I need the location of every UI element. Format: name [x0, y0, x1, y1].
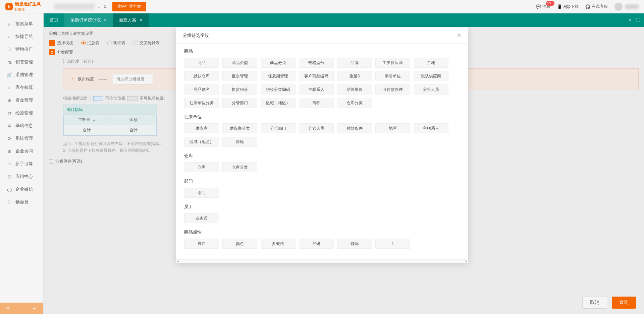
field-chip[interactable]: 商品别名 [184, 84, 219, 95]
field-chip[interactable]: 简称 [222, 137, 257, 147]
field-chip[interactable]: 收付款条件 [375, 84, 410, 95]
field-chip[interactable]: 重量3 [337, 71, 372, 81]
chip-row: 部门 [184, 188, 465, 198]
field-chip[interactable]: 业务员 [184, 213, 219, 223]
field-chip[interactable]: 简称 [299, 98, 334, 108]
field-chip[interactable]: 鞋码 [337, 239, 372, 249]
field-group-title: 商品 [184, 48, 465, 54]
field-group-title: 部门 [184, 178, 465, 184]
field-chip[interactable]: 分管人员 [414, 84, 448, 95]
field-chip[interactable]: 分管人员 [299, 123, 334, 133]
field-chip[interactable]: 商品类型 [222, 58, 257, 68]
field-chip[interactable]: 部门 [184, 188, 219, 198]
field-chip[interactable]: 地区 [375, 123, 410, 133]
field-chip[interactable]: 税收分类编码 [261, 84, 296, 95]
field-chip[interactable]: 默认供应商 [414, 71, 448, 81]
field-chip[interactable]: 品牌 [337, 58, 372, 68]
field-chip[interactable]: 零售单位 [375, 71, 410, 81]
field-chip[interactable]: 规格型号 [299, 58, 334, 68]
field-group: 仓库仓库仓库分类 [184, 153, 465, 172]
chip-row: 仓库仓库分类 [184, 162, 465, 172]
field-group-title: 仓库 [184, 153, 465, 159]
field-chip[interactable]: 分管部门 [261, 123, 296, 133]
modal-title: 分组待选字段 [183, 33, 209, 39]
field-chip[interactable]: 商品分类 [261, 58, 296, 68]
field-group: 员工业务员 [184, 204, 465, 223]
field-chip[interactable]: 供应商 [184, 123, 219, 133]
chip-row: 属性颜色多规格尺码鞋码1 [184, 239, 465, 249]
modal-overlay[interactable]: 分组待选字段 ✕ 商品商品商品类型商品分类规格型号品牌主要供应商产地默认仓库批次… [0, 0, 644, 314]
field-chip[interactable]: 区域（地区） [261, 98, 296, 108]
field-chip[interactable]: 1 [375, 239, 410, 249]
field-chip[interactable]: 默认仓库 [184, 71, 219, 81]
field-chip[interactable]: 主联系人 [299, 84, 334, 95]
field-chip[interactable]: 主联系人 [414, 123, 448, 133]
field-group: 部门部门 [184, 178, 465, 198]
field-group-title: 员工 [184, 204, 465, 210]
field-chip[interactable]: 客户商品编码 [299, 71, 334, 81]
chip-row: 供应商供应商分类分管部门分管人员付款条件地区主联系人区域（地区）简称 [184, 123, 465, 147]
field-chip[interactable]: 批次管理 [222, 71, 257, 81]
field-group-title: 往来单位 [184, 114, 465, 120]
field-chip[interactable]: 供应商分类 [222, 123, 257, 133]
field-chip[interactable]: 往来单位分类 [184, 98, 219, 108]
field-chip[interactable]: 仓库分类 [337, 98, 372, 108]
modal-h-scrollbar[interactable] [176, 259, 468, 263]
field-chip[interactable]: 主要供应商 [375, 58, 410, 68]
field-chip[interactable]: 仓库分类 [222, 162, 257, 172]
field-chip[interactable]: 保质期管理 [261, 71, 296, 81]
field-group-title: 商品属性 [184, 229, 465, 235]
field-chip[interactable]: 产地 [414, 58, 448, 68]
field-selector-modal: 分组待选字段 ✕ 商品商品商品类型商品分类规格型号品牌主要供应商产地默认仓库批次… [176, 27, 468, 263]
field-chip[interactable]: 仓库 [184, 162, 219, 172]
field-chip[interactable]: 换货积分 [222, 84, 257, 95]
modal-body[interactable]: 商品商品商品类型商品分类规格型号品牌主要供应商产地默认仓库批次管理保质期管理客户… [176, 44, 468, 259]
field-chip[interactable]: 颜色 [222, 239, 257, 249]
field-chip[interactable]: 付款条件 [337, 123, 372, 133]
field-chip[interactable]: 结算单位 [337, 84, 372, 95]
field-group: 商品属性属性颜色多规格尺码鞋码1 [184, 229, 465, 249]
field-group: 往来单位供应商供应商分类分管部门分管人员付款条件地区主联系人区域（地区）简称 [184, 114, 465, 147]
field-chip[interactable]: 尺码 [299, 239, 334, 249]
modal-header: 分组待选字段 ✕ [176, 27, 468, 44]
chip-row: 商品商品类型商品分类规格型号品牌主要供应商产地默认仓库批次管理保质期管理客户商品… [184, 58, 465, 108]
field-chip[interactable]: 分管部门 [222, 98, 257, 108]
chip-row: 业务员 [184, 213, 465, 223]
field-chip[interactable]: 区域（地区） [184, 137, 219, 147]
field-group: 商品商品商品类型商品分类规格型号品牌主要供应商产地默认仓库批次管理保质期管理客户… [184, 48, 465, 108]
field-chip[interactable]: 商品 [184, 58, 219, 68]
close-icon[interactable]: ✕ [457, 32, 461, 39]
field-chip[interactable]: 属性 [184, 239, 219, 249]
field-chip[interactable]: 多规格 [261, 239, 296, 249]
